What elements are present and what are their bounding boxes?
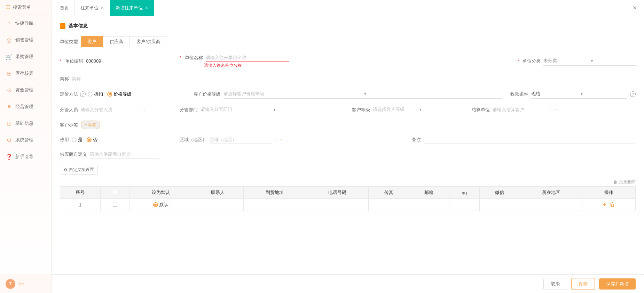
- payment-select[interactable]: 现结 ▼: [531, 89, 627, 99]
- disabled-no-option[interactable]: 否: [87, 137, 97, 143]
- sidebar-item-system[interactable]: ⚙ 系统管理: [0, 132, 51, 148]
- supplier-custom-input[interactable]: [90, 150, 159, 158]
- sidebar-item-label: 库存核算: [15, 70, 33, 76]
- supplier-custom-row: 供应商自定义: [60, 150, 636, 158]
- short-name-cell: 简称: [60, 75, 171, 83]
- default-radio-item[interactable]: 默认: [133, 202, 188, 208]
- payment-help-icon[interactable]: ?: [630, 91, 636, 97]
- name-cell: * 单位名称 请输入往来单位名称: [180, 54, 509, 68]
- sidebar-item-label: 资金管理: [15, 87, 33, 93]
- pricing-level-option[interactable]: 价格等级: [107, 91, 132, 97]
- type-btn-both[interactable]: 客户/供应商: [130, 36, 167, 47]
- supplier-custom-cell: 供应商自定义: [60, 150, 199, 158]
- add-row-button[interactable]: +: [602, 202, 607, 208]
- chevron-down-icon: ▼: [363, 92, 502, 96]
- sidebar-item-inventory[interactable]: ⊞ 库存核算: [0, 65, 51, 82]
- name-input[interactable]: [206, 54, 289, 62]
- code-name-row: * 单位编码 * 单位名称 请输入往来单位名称 * 单位分类 未分类: [60, 54, 636, 68]
- sidebar-item-quick-nav[interactable]: ⌂ 快捷导航: [0, 15, 51, 32]
- code-required: *: [60, 58, 62, 64]
- tab-new-partner[interactable]: 新增往来单位 ✕: [110, 0, 154, 16]
- customer-level-select[interactable]: 请选择客户等级 ▼: [373, 105, 463, 114]
- short-name-input[interactable]: [72, 75, 141, 83]
- pricing-discount-option[interactable]: 折扣: [88, 91, 103, 97]
- th-checkbox: [100, 187, 129, 199]
- category-select[interactable]: 未分类 ▼: [543, 56, 636, 66]
- customer-price-label: 客户价格等级: [194, 91, 221, 97]
- tag-row: 客户标签 + 标签: [60, 121, 636, 129]
- settlement-more-icon[interactable]: ···: [551, 107, 558, 113]
- content-area: 基本信息 单位类型 客户 供应商 客户/供应商 * 单位编码 *: [52, 16, 644, 274]
- customer-level-placeholder: 请选择客户等级: [373, 106, 417, 113]
- sidebar-item-label: 新手引导: [15, 154, 33, 160]
- region-more-icon[interactable]: ···: [275, 137, 282, 143]
- note-cell: 备注: [412, 136, 636, 144]
- default-label: 默认: [159, 202, 168, 208]
- cancel-button[interactable]: 取消: [543, 278, 567, 290]
- sidebar-item-sales[interactable]: ◎ 销售管理: [0, 32, 51, 48]
- sidebar-item-label: 快捷导航: [15, 20, 33, 26]
- table-header-row: 序号 设为默认 联系人 到货地址 电话号码 传真 邮箱 qq 微信 所在地区 操…: [60, 187, 636, 199]
- settlement-cell: 结算单位 ···: [472, 106, 636, 114]
- custom-settings-button[interactable]: ⚙ 自定义项设置: [60, 165, 98, 175]
- batch-delete-bar: 🗑 批量删除: [60, 179, 636, 185]
- avatar: T: [6, 279, 15, 289]
- save-new-button[interactable]: 保存并新增: [599, 278, 636, 290]
- manager-input[interactable]: [81, 106, 136, 114]
- th-contact: 联系人: [192, 187, 244, 199]
- th-wechat: 微信: [479, 187, 520, 199]
- row-address: [243, 199, 306, 211]
- row-select-checkbox[interactable]: [113, 202, 117, 206]
- customer-level-label: 客户等级: [352, 107, 370, 113]
- sidebar-item-purchase[interactable]: 🛒 采购管理: [0, 48, 51, 65]
- save-button[interactable]: 保存: [571, 278, 595, 290]
- name-error-msg: 请输入往来单位名称: [204, 63, 242, 68]
- sidebar-item-basic[interactable]: ⊡ 基础信息: [0, 115, 51, 132]
- th-default: 设为默认: [129, 187, 192, 199]
- manager-more-icon[interactable]: ···: [139, 107, 146, 113]
- default-radio[interactable]: [153, 202, 158, 207]
- type-btn-supplier[interactable]: 供应商: [103, 36, 130, 47]
- select-all-checkbox[interactable]: [113, 190, 117, 194]
- disabled-no-radio[interactable]: [87, 137, 92, 142]
- sidebar-item-label: 销售管理: [15, 37, 33, 43]
- region-input[interactable]: [210, 136, 272, 144]
- note-label: 备注: [412, 137, 421, 143]
- sidebar-search[interactable]: ☰ 搜索菜单: [0, 0, 51, 15]
- chevron-down-icon: ▼: [580, 92, 627, 96]
- code-input[interactable]: [86, 57, 149, 65]
- customer-price-select[interactable]: 请选择客户价格等级 ▼: [223, 89, 502, 99]
- disabled-yes-option[interactable]: 是: [72, 137, 83, 143]
- sidebar-item-finance[interactable]: ⊙ 资金管理: [0, 82, 51, 98]
- settlement-input[interactable]: [493, 106, 548, 114]
- main-close-button[interactable]: ✕: [628, 5, 641, 11]
- payment-value: 现结: [531, 91, 579, 97]
- name-required: *: [180, 55, 181, 60]
- tab-home-label: 首页: [60, 5, 69, 11]
- section-icon: [60, 23, 65, 29]
- type-btn-customer[interactable]: 客户: [81, 36, 103, 47]
- svg-rect-0: [61, 24, 64, 28]
- table-row: 1 默认: [60, 199, 636, 211]
- sidebar-search-label[interactable]: 搜索菜单: [13, 4, 31, 10]
- dept-select[interactable]: 请输入分管部门 ▼: [201, 105, 344, 114]
- pricing-help-icon[interactable]: ?: [80, 91, 86, 97]
- discount-radio[interactable]: [88, 92, 93, 97]
- sales-icon: ◎: [6, 36, 13, 43]
- th-action: 操作: [582, 187, 636, 199]
- sidebar-item-guide[interactable]: ❓ 新手引导: [0, 148, 51, 165]
- add-tag-button[interactable]: + 标签: [81, 121, 100, 129]
- disabled-yes-radio[interactable]: [72, 137, 77, 142]
- close-new-partner-tab[interactable]: ✕: [145, 6, 148, 10]
- price-level-radio[interactable]: [107, 92, 112, 97]
- row-wechat: [479, 199, 520, 211]
- close-partners-tab[interactable]: ✕: [101, 6, 104, 10]
- delete-row-button[interactable]: 🗑: [608, 202, 616, 208]
- tab-partners[interactable]: 往来单位 ✕: [75, 0, 110, 16]
- tab-home[interactable]: 首页: [54, 0, 75, 16]
- note-input[interactable]: [424, 136, 636, 144]
- batch-delete-label[interactable]: 批量删除: [619, 179, 636, 185]
- main-area: 首页 往来单位 ✕ 新增往来单位 ✕ ✕ 基本信息 单位类型 客户 供应商: [52, 0, 644, 293]
- category-value: 未分类: [543, 58, 589, 64]
- sidebar-item-operations[interactable]: ≡ 经营管理: [0, 98, 51, 115]
